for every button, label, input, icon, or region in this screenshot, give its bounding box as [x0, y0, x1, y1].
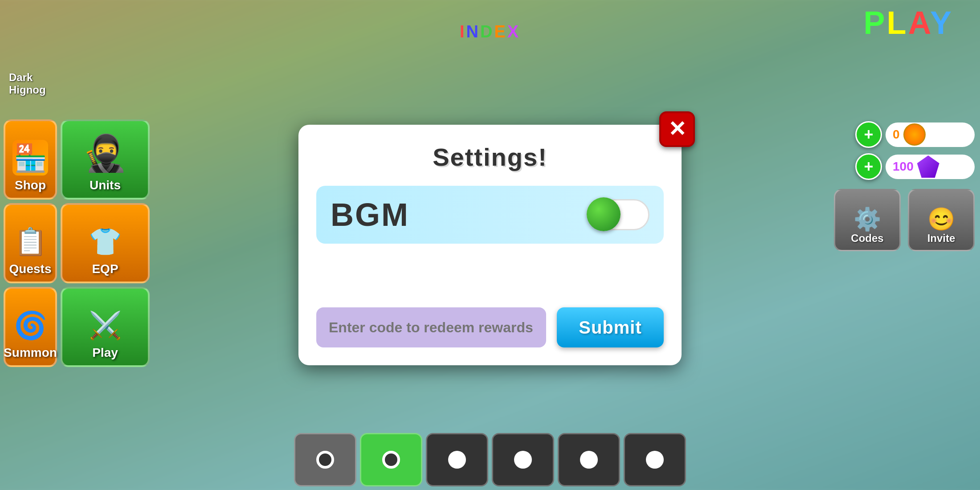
- code-input[interactable]: [316, 307, 546, 347]
- submit-label: Submit: [579, 318, 642, 338]
- bottom-dot-1: [316, 451, 334, 469]
- modal-title: Settings!: [433, 143, 547, 171]
- modal-overlay: ✕ Settings! BGM Submit: [0, 0, 980, 490]
- modal-title-bar: Settings!: [316, 143, 664, 172]
- modal-spacer: [316, 254, 664, 297]
- bottom-btn-3[interactable]: [426, 433, 488, 486]
- bottom-btn-4[interactable]: [492, 433, 554, 486]
- bgm-label: BGM: [331, 196, 409, 233]
- modal-footer: Submit: [316, 307, 664, 347]
- close-icon: ✕: [668, 118, 686, 140]
- bottom-btn-1[interactable]: [294, 433, 356, 486]
- bottom-toolbar: [294, 433, 686, 490]
- close-button[interactable]: ✕: [659, 111, 695, 147]
- toggle-thumb: [587, 197, 621, 231]
- submit-button[interactable]: Submit: [557, 307, 664, 347]
- bottom-btn-6[interactable]: [624, 433, 686, 486]
- bottom-dot-6: [646, 451, 664, 469]
- bottom-dot-3: [448, 451, 466, 469]
- settings-modal: ✕ Settings! BGM Submit: [298, 125, 682, 365]
- bottom-dot-5: [580, 451, 598, 469]
- bgm-row: BGM: [316, 186, 664, 244]
- bgm-toggle[interactable]: [587, 199, 649, 230]
- bottom-dot-4: [514, 451, 532, 469]
- bottom-dot-2: [382, 451, 400, 469]
- bottom-btn-5[interactable]: [558, 433, 620, 486]
- bottom-btn-2[interactable]: [360, 433, 422, 486]
